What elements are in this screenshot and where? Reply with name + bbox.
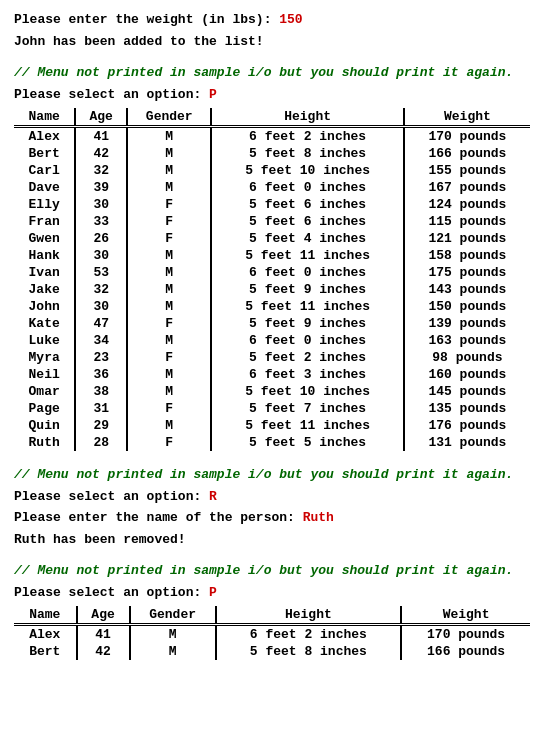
table-cell: Alex: [14, 626, 77, 643]
table-cell: 42: [77, 643, 130, 660]
table-cell: 39: [75, 179, 127, 196]
weight-prompt-text: Please enter the weight (in lbs):: [14, 12, 271, 27]
col-height-1: Height: [211, 108, 403, 125]
table-row: Dave39M6 feet 0 inches167 pounds: [14, 179, 530, 196]
table-cell: M: [127, 281, 211, 298]
option-r-value: R: [209, 489, 217, 504]
table1-header-row: Name Age Gender Height Weight: [14, 108, 530, 125]
table-cell: 170 pounds: [404, 128, 530, 145]
table-row: Neil36M6 feet 3 inches160 pounds: [14, 366, 530, 383]
table-row: Elly30F5 feet 6 inches124 pounds: [14, 196, 530, 213]
table-cell: 175 pounds: [404, 264, 530, 281]
table-cell: 32: [75, 281, 127, 298]
removed-message: Ruth has been removed!: [14, 530, 530, 550]
table-cell: 6 feet 3 inches: [211, 366, 403, 383]
table-cell: 166 pounds: [401, 643, 530, 660]
option-prompt-line-2: Please select an option: R: [14, 487, 530, 507]
table-cell: Bert: [14, 145, 75, 162]
table1-body: Alex41M6 feet 2 inches170 poundsBert42M5…: [14, 128, 530, 451]
table-row: Carl32M5 feet 10 inches155 pounds: [14, 162, 530, 179]
table-cell: 36: [75, 366, 127, 383]
table-cell: 5 feet 10 inches: [211, 383, 403, 400]
weight-prompt-line: Please enter the weight (in lbs): 150: [14, 10, 530, 30]
table-cell: 34: [75, 332, 127, 349]
option-prompt-line-1: Please select an option: P: [14, 85, 530, 105]
col-height-2: Height: [216, 606, 402, 623]
table-cell: Gwen: [14, 230, 75, 247]
table-cell: Ivan: [14, 264, 75, 281]
table-cell: 28: [75, 434, 127, 451]
table-cell: F: [127, 400, 211, 417]
table-cell: John: [14, 298, 75, 315]
data-table-1: Name Age Gender Height Weight Alex41M6 f…: [14, 108, 530, 451]
table-cell: Hank: [14, 247, 75, 264]
table-cell: M: [127, 298, 211, 315]
col-weight-1: Weight: [404, 108, 530, 125]
table-row: Alex41M6 feet 2 inches170 pounds: [14, 128, 530, 145]
option-prompt-1-text: Please select an option:: [14, 87, 201, 102]
table-cell: M: [127, 162, 211, 179]
table-cell: 41: [77, 626, 130, 643]
table-cell: Carl: [14, 162, 75, 179]
table-row: Bert42M5 feet 8 inches166 pounds: [14, 643, 530, 660]
table-cell: M: [130, 626, 216, 643]
table-cell: Jake: [14, 281, 75, 298]
col-age-2: Age: [77, 606, 130, 623]
menu-comment-3: // Menu not printed in sample i/o but yo…: [14, 561, 530, 581]
table-cell: 6 feet 2 inches: [216, 626, 402, 643]
table-cell: Kate: [14, 315, 75, 332]
table-cell: 143 pounds: [404, 281, 530, 298]
table-cell: 5 feet 5 inches: [211, 434, 403, 451]
table-row: Page31F5 feet 7 inches135 pounds: [14, 400, 530, 417]
col-name-2: Name: [14, 606, 77, 623]
added-message: John has been added to the list!: [14, 32, 530, 52]
table-cell: 29: [75, 417, 127, 434]
table-cell: 5 feet 6 inches: [211, 213, 403, 230]
name-prompt-line: Please enter the name of the person: Rut…: [14, 508, 530, 528]
menu-comment-1: // Menu not printed in sample i/o but yo…: [14, 63, 530, 83]
table-cell: Fran: [14, 213, 75, 230]
option-prompt-3-text: Please select an option:: [14, 585, 201, 600]
table-cell: M: [127, 145, 211, 162]
name-prompt-text: Please enter the name of the person:: [14, 510, 295, 525]
option-p2-value: P: [209, 585, 217, 600]
table-cell: 6 feet 2 inches: [211, 128, 403, 145]
table-cell: 5 feet 6 inches: [211, 196, 403, 213]
table-cell: Dave: [14, 179, 75, 196]
table-cell: 5 feet 9 inches: [211, 281, 403, 298]
table-cell: F: [127, 315, 211, 332]
table-cell: Elly: [14, 196, 75, 213]
table-cell: 139 pounds: [404, 315, 530, 332]
weight-value: 150: [279, 12, 302, 27]
menu-comment-2: // Menu not printed in sample i/o but yo…: [14, 465, 530, 485]
table-cell: 6 feet 0 inches: [211, 332, 403, 349]
table-cell: M: [127, 417, 211, 434]
col-weight-2: Weight: [401, 606, 530, 623]
table-cell: 5 feet 7 inches: [211, 400, 403, 417]
table-row: Bert42M5 feet 8 inches166 pounds: [14, 145, 530, 162]
table-cell: Alex: [14, 128, 75, 145]
table-cell: F: [127, 349, 211, 366]
table-cell: 42: [75, 145, 127, 162]
table-cell: 32: [75, 162, 127, 179]
table-cell: Bert: [14, 643, 77, 660]
col-gender-1: Gender: [127, 108, 211, 125]
table-cell: 167 pounds: [404, 179, 530, 196]
table-cell: 5 feet 2 inches: [211, 349, 403, 366]
table2-header-row: Name Age Gender Height Weight: [14, 606, 530, 623]
table-row: Quin29M5 feet 11 inches176 pounds: [14, 417, 530, 434]
table-cell: 30: [75, 298, 127, 315]
table-cell: 131 pounds: [404, 434, 530, 451]
table-cell: 135 pounds: [404, 400, 530, 417]
option-prompt-2-text: Please select an option:: [14, 489, 201, 504]
table-cell: 163 pounds: [404, 332, 530, 349]
table-cell: 31: [75, 400, 127, 417]
table-cell: M: [127, 383, 211, 400]
table-cell: M: [127, 128, 211, 145]
table-cell: 115 pounds: [404, 213, 530, 230]
table-cell: 5 feet 8 inches: [216, 643, 402, 660]
table-cell: 166 pounds: [404, 145, 530, 162]
table-cell: Page: [14, 400, 75, 417]
col-gender-2: Gender: [130, 606, 216, 623]
table-row: Luke34M6 feet 0 inches163 pounds: [14, 332, 530, 349]
